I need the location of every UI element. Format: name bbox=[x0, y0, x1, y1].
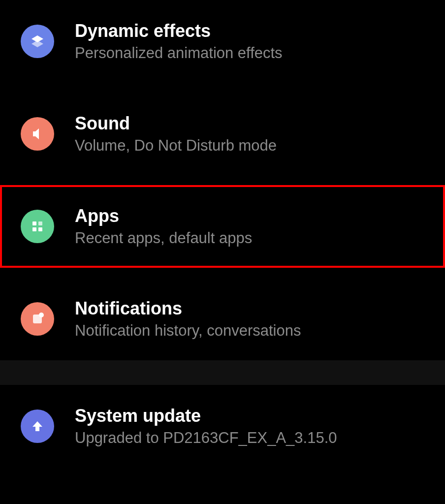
svg-rect-1 bbox=[38, 221, 42, 225]
item-title: System update bbox=[75, 406, 337, 426]
svg-rect-2 bbox=[32, 227, 36, 231]
item-text: Apps Recent apps, default apps bbox=[75, 206, 252, 247]
item-subtitle: Volume, Do Not Disturb mode bbox=[75, 137, 277, 155]
settings-item-sound[interactable]: Sound Volume, Do Not Disturb mode bbox=[0, 93, 445, 175]
settings-item-dynamic-effects[interactable]: Dynamic effects Personalized animation e… bbox=[0, 0, 445, 83]
item-text: Sound Volume, Do Not Disturb mode bbox=[75, 113, 277, 155]
volume-icon bbox=[21, 117, 54, 151]
svg-point-5 bbox=[39, 313, 44, 317]
item-text: System update Upgraded to PD2163CF_EX_A_… bbox=[75, 406, 337, 447]
item-subtitle: Notification history, conversations bbox=[75, 322, 301, 340]
svg-rect-3 bbox=[38, 227, 42, 231]
arrow-up-icon bbox=[21, 410, 54, 443]
item-text: Notifications Notification history, conv… bbox=[75, 298, 301, 340]
item-subtitle: Personalized animation effects bbox=[75, 44, 283, 62]
settings-list: Dynamic effects Personalized animation e… bbox=[0, 0, 445, 468]
layers-icon bbox=[21, 25, 54, 58]
item-subtitle: Upgraded to PD2163CF_EX_A_3.15.0 bbox=[75, 429, 337, 447]
settings-item-system-update[interactable]: System update Upgraded to PD2163CF_EX_A_… bbox=[0, 385, 445, 468]
item-subtitle: Recent apps, default apps bbox=[75, 229, 252, 247]
settings-item-apps[interactable]: Apps Recent apps, default apps bbox=[0, 185, 445, 268]
grid-icon bbox=[21, 210, 54, 243]
settings-item-notifications[interactable]: Notifications Notification history, conv… bbox=[0, 278, 445, 360]
notification-icon bbox=[21, 302, 54, 336]
svg-rect-0 bbox=[32, 221, 36, 225]
section-divider bbox=[0, 360, 445, 385]
item-title: Dynamic effects bbox=[75, 21, 283, 41]
item-title: Apps bbox=[75, 206, 252, 226]
item-title: Sound bbox=[75, 113, 277, 134]
item-title: Notifications bbox=[75, 298, 301, 319]
item-text: Dynamic effects Personalized animation e… bbox=[75, 21, 283, 62]
